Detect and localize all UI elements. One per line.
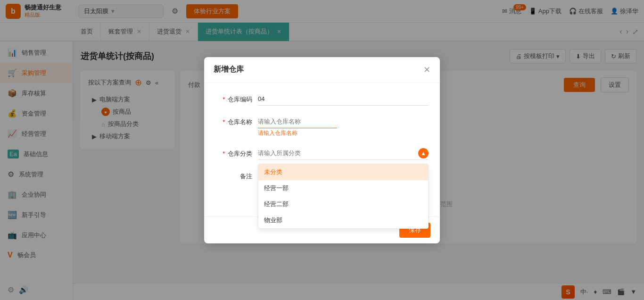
dropdown-item-dept1[interactable]: 经营一部 (258, 180, 428, 196)
new-warehouse-modal: 新增仓库 ✕ * 仓库编码 * 仓库名称 (204, 57, 440, 243)
category-label: * 仓库分类 (215, 147, 258, 158)
name-label: * 仓库名称 (215, 115, 258, 126)
modal-title: 新增仓库 (214, 65, 244, 75)
category-input[interactable] (258, 147, 429, 160)
dropdown-item-dept2[interactable]: 经营二部 (258, 196, 428, 212)
code-label: * 仓库编码 (215, 92, 258, 104)
modal-body: * 仓库编码 * 仓库名称 请输入仓库名称 * (204, 83, 440, 217)
name-error-msg: 请输入仓库名称 (258, 129, 297, 137)
category-dropdown-toggle[interactable]: ▲ (418, 148, 429, 158)
dropdown-item-uncategorized[interactable]: 未分类 (258, 164, 428, 180)
dropdown-item-property[interactable]: 物业部 (258, 212, 428, 228)
form-row-category: * 仓库分类 ▲ 未分类 经营一部 经营二部 物业部 (215, 147, 429, 160)
category-dropdown-menu: 未分类 经营一部 经营二部 物业部 (258, 164, 429, 229)
code-input[interactable] (258, 92, 429, 106)
form-row-code: * 仓库编码 (215, 92, 429, 106)
modal-header: 新增仓库 ✕ (204, 57, 440, 83)
form-row-name: * 仓库名称 请输入仓库名称 (215, 115, 429, 137)
modal-overlay: 新增仓库 ✕ * 仓库编码 * 仓库名称 (0, 0, 644, 300)
category-dropdown: ▲ 未分类 经营一部 经营二部 物业部 (258, 147, 429, 160)
name-input[interactable] (258, 115, 337, 128)
remark-label: 备注 (215, 169, 258, 181)
modal-close-button[interactable]: ✕ (423, 65, 430, 75)
